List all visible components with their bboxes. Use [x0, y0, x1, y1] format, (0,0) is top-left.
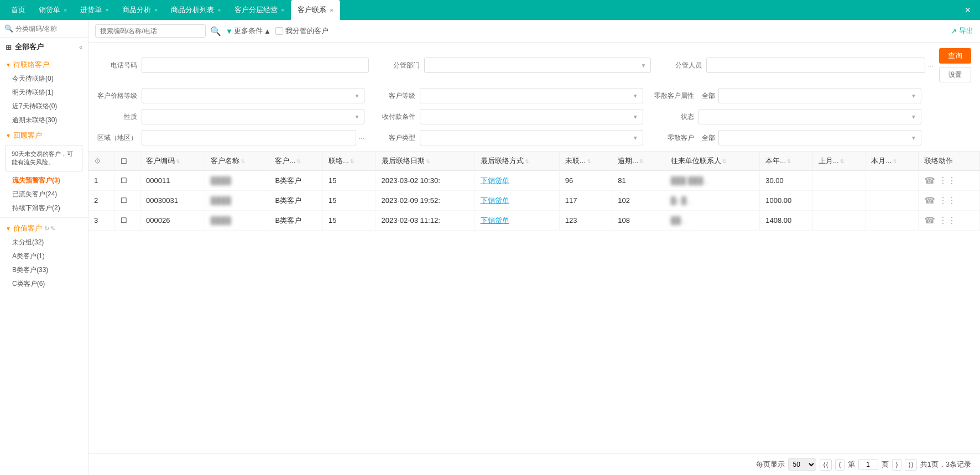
- window-close-button[interactable]: ✕: [960, 2, 976, 18]
- more-conditions-button[interactable]: ▼ 更多条件 ▲: [226, 26, 271, 36]
- row-checkbox[interactable]: ☐: [121, 176, 127, 185]
- nav-productanalysis[interactable]: 商品分析 ×: [116, 0, 164, 20]
- th-type[interactable]: 客户...⇅: [269, 152, 323, 171]
- nav-purchaseorder[interactable]: 进货单 ×: [74, 0, 115, 20]
- filter-nature-select[interactable]: ▼: [142, 109, 364, 124]
- last-page-button[interactable]: ⟩⟩: [905, 459, 917, 471]
- sidebar-item-churn-warning[interactable]: 流失预警客户(3): [0, 174, 88, 187]
- td-lastmethod[interactable]: 下销货单: [475, 191, 559, 211]
- filter-customer-grade-select[interactable]: ▼: [420, 88, 643, 103]
- contact-action-icon[interactable]: ☎: [924, 215, 935, 226]
- sidebar-item-ungrouped[interactable]: 未分组(32): [0, 236, 88, 249]
- th-code[interactable]: 客户编码⇅: [140, 152, 205, 171]
- settings-icon[interactable]: ⚙: [94, 156, 101, 165]
- filter-person-input[interactable]: [706, 58, 925, 73]
- filter-customer-type-select[interactable]: ▼: [420, 130, 643, 145]
- filter-price-grade-select[interactable]: ▼: [142, 88, 364, 103]
- filter-retail-customer-select[interactable]: ▼: [718, 130, 921, 145]
- th-checkbox[interactable]: ☐: [114, 152, 140, 171]
- search-input[interactable]: [95, 24, 206, 38]
- refresh-icon[interactable]: ↻: [44, 225, 49, 232]
- nav-home[interactable]: 首页: [4, 0, 32, 20]
- nav-productanalysislist[interactable]: 商品分析列表 ×: [164, 0, 227, 20]
- first-page-button[interactable]: ⟨⟨: [820, 459, 832, 471]
- th-lastmethod[interactable]: 最后联络方式⇅: [475, 152, 559, 171]
- sidebar-search-input[interactable]: [15, 25, 88, 33]
- close-purchaseorder-icon[interactable]: ×: [105, 7, 108, 13]
- prev-page-button[interactable]: ⟨: [835, 459, 845, 471]
- my-customers-checkbox-area[interactable]: 我分管的客户: [275, 26, 329, 36]
- sidebar-item-classC[interactable]: C类客户(6): [0, 277, 88, 291]
- sidebar-item-classB[interactable]: B类客户(33): [0, 263, 88, 277]
- th-settings[interactable]: ⚙: [88, 152, 114, 171]
- contact-action-icon[interactable]: ☎: [924, 195, 935, 206]
- sidebar-item-today[interactable]: 今天待联络(0): [0, 72, 88, 86]
- filter-phone-input[interactable]: [142, 58, 369, 73]
- page-size-select[interactable]: 50 20 100: [788, 458, 816, 471]
- page-number-input[interactable]: [858, 459, 878, 470]
- sidebar-group-pending[interactable]: ▼ 待联络客户: [0, 56, 88, 72]
- sidebar-group-review[interactable]: ▼ 回顾客户: [0, 127, 88, 143]
- close-productanalysis-icon[interactable]: ×: [154, 7, 158, 13]
- edit-icon[interactable]: ✎: [50, 225, 55, 232]
- th-liaisons[interactable]: 往来单位联系人⇅: [665, 152, 760, 171]
- settings-button[interactable]: 设置: [939, 67, 971, 82]
- select-all-checkbox[interactable]: ☐: [121, 157, 127, 165]
- last-method-link[interactable]: 下销货单: [481, 176, 509, 185]
- filter-payment-select[interactable]: ▼: [420, 109, 643, 124]
- td-lastmethod[interactable]: 下销货单: [475, 171, 559, 191]
- td-thismonth: [866, 211, 918, 231]
- sidebar-item-churned[interactable]: 已流失客户(24): [0, 187, 88, 201]
- collapse-icon[interactable]: «: [79, 44, 82, 50]
- td-checkbox[interactable]: ☐: [114, 211, 140, 231]
- sidebar-search-bar[interactable]: 🔍: [0, 20, 88, 38]
- more-action-icon[interactable]: ⋮⋮: [939, 175, 956, 186]
- th-contacts[interactable]: 联络...⇅: [323, 152, 376, 171]
- person-more-icon[interactable]: ···: [927, 61, 934, 70]
- sidebar-group-value[interactable]: ▼ 价值客户 ↻ ✎: [0, 220, 88, 236]
- nav-salesorder[interactable]: 销货单 ×: [32, 0, 74, 20]
- query-button[interactable]: 查询: [939, 48, 971, 64]
- sidebar-item-overdue[interactable]: 逾期未联络(30): [0, 113, 88, 127]
- row-checkbox[interactable]: ☐: [121, 196, 127, 205]
- sidebar-all-customers[interactable]: ⊞ 全部客户 «: [0, 38, 88, 56]
- th-name[interactable]: 客户名称⇅: [205, 152, 269, 171]
- td-lastmethod[interactable]: 下销货单: [475, 211, 559, 231]
- my-customers-checkbox[interactable]: [275, 27, 283, 35]
- next-page-button[interactable]: ⟩: [892, 459, 901, 471]
- filter-status-select[interactable]: ▼: [698, 109, 921, 124]
- filter-region-input[interactable]: [142, 130, 356, 145]
- contact-action-icon[interactable]: ☎: [924, 175, 935, 186]
- th-lastdate[interactable]: 最后联络日期⇅: [376, 152, 475, 171]
- region-more-icon[interactable]: ···: [358, 134, 364, 142]
- more-action-icon[interactable]: ⋮⋮: [939, 195, 956, 206]
- sidebar-item-classA[interactable]: A类客户(1): [0, 249, 88, 263]
- export-button[interactable]: ↗ 导出: [951, 26, 973, 36]
- sidebar-item-7days[interactable]: 近7天待联络(0): [0, 100, 88, 113]
- search-button[interactable]: 🔍: [210, 26, 221, 36]
- close-salesorder-icon[interactable]: ×: [64, 7, 67, 13]
- nav-customersegment[interactable]: 客户分层经营 ×: [228, 0, 291, 20]
- close-customersegment-icon[interactable]: ×: [281, 7, 284, 13]
- td-checkbox[interactable]: ☐: [114, 171, 140, 191]
- sidebar-item-tomorrow[interactable]: 明天待联络(1): [0, 86, 88, 100]
- sidebar-item-declining[interactable]: 持续下滑客户(2): [0, 201, 88, 215]
- th-overdue[interactable]: 逾期...⇅: [612, 152, 665, 171]
- td-checkbox[interactable]: ☐: [114, 191, 140, 211]
- th-lastmonth[interactable]: 上月...⇅: [812, 152, 865, 171]
- th-thisyear[interactable]: 本年...⇅: [760, 152, 813, 171]
- total-records-label: 共1页，3条记录: [920, 460, 971, 469]
- last-method-link[interactable]: 下销货单: [481, 196, 509, 205]
- close-customercontact-icon[interactable]: ×: [330, 7, 333, 13]
- filter-retail-attr-select[interactable]: ▼: [718, 88, 921, 103]
- filter-dept-select[interactable]: ▼: [424, 58, 651, 73]
- th-type-label: 客户...: [275, 156, 295, 165]
- last-method-link[interactable]: 下销货单: [481, 216, 509, 225]
- filter-row-1: 电话号码 分管部门 ▼ 分管人员 ··· 查询 设置: [97, 48, 971, 82]
- th-thismonth[interactable]: 本月...⇅: [866, 152, 918, 171]
- row-checkbox[interactable]: ☐: [121, 216, 127, 225]
- more-action-icon[interactable]: ⋮⋮: [939, 215, 956, 226]
- nav-customercontact[interactable]: 客户联系 ×: [291, 0, 340, 20]
- close-productanalysislist-icon[interactable]: ×: [217, 7, 221, 13]
- th-uncontacted[interactable]: 未联...⇅: [559, 152, 612, 171]
